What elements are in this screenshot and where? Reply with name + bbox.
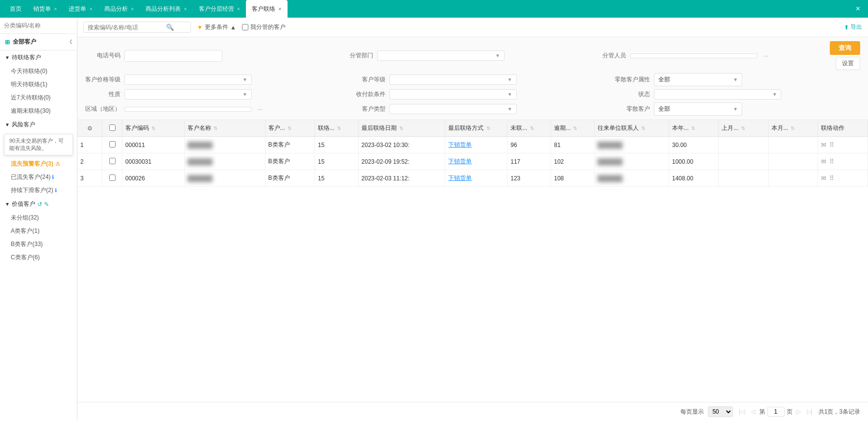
sidebar-item-churned[interactable]: 已流失客户(24) ℹ	[0, 171, 77, 184]
nature-select[interactable]: ▼	[124, 89, 252, 99]
tab-analysis-list-close[interactable]: ×	[184, 6, 187, 12]
page-input[interactable]	[767, 407, 785, 417]
person-more-dots[interactable]: ···	[760, 52, 771, 59]
phone-input[interactable]	[124, 50, 222, 62]
cell-check-0[interactable]	[102, 137, 122, 153]
tab-analysis-close[interactable]: ×	[131, 6, 134, 12]
th-last-way[interactable]: 最后联络方式 ⇅	[445, 120, 507, 137]
tab-customer-contact-close[interactable]: ×	[278, 6, 281, 12]
th-lastmonth[interactable]: 上月... ⇅	[719, 120, 768, 137]
sidebar-item-churn-warning[interactable]: 流失预警客户(3) ⚠	[0, 157, 77, 171]
next-page-btn[interactable]: ▷	[795, 407, 803, 416]
level-select[interactable]: ▼	[389, 74, 517, 85]
refresh-icon[interactable]: ↺	[37, 201, 42, 208]
cell-last-way-1[interactable]: 下销货单	[445, 153, 507, 170]
table-row: 1 000011 ██████ B类客户 15 2023-03-02 10:30…	[77, 137, 868, 153]
th-thismonth[interactable]: 本月... ⇅	[768, 120, 818, 137]
th-contact[interactable]: 联络... ⇅	[315, 120, 359, 137]
action-contact-1[interactable]: ✉	[821, 158, 826, 165]
region-select[interactable]	[124, 107, 252, 112]
th-uncontact[interactable]: 未联... ⇅	[507, 120, 551, 137]
sidebar-item-today[interactable]: 今天待联络(0)	[0, 65, 77, 78]
sidebar-item-ungroup[interactable]: 未分组(32)	[0, 211, 77, 224]
cell-check-1[interactable]	[102, 153, 122, 170]
per-page-select[interactable]: 50 100 200	[708, 406, 733, 417]
collapse-icon: 《	[67, 39, 72, 46]
region-more-dots[interactable]: ···	[255, 106, 265, 113]
th-overdue[interactable]: 逾期... ⇅	[551, 120, 595, 137]
th-check[interactable]	[102, 120, 122, 137]
tab-purchase-close[interactable]: ×	[89, 6, 92, 12]
cell-last-way-0[interactable]: 下销货单	[445, 137, 507, 153]
tab-customer-tier-close[interactable]: ×	[237, 6, 240, 12]
tab-analysis-list[interactable]: 商品分析列表 ×	[140, 0, 193, 18]
cell-uncontact-0: 96	[507, 137, 551, 153]
query-button[interactable]: 查询	[830, 41, 860, 55]
sidebar-all-customers[interactable]: ⊞ 全部客户 《	[0, 34, 77, 50]
sidebar-item-7days[interactable]: 近7天待联络(0)	[0, 91, 77, 104]
last-page-btn[interactable]: ▷|	[805, 407, 815, 416]
th-last-date[interactable]: 最后联络日期 ⇅	[358, 120, 445, 137]
price-level-select[interactable]: ▼	[124, 74, 252, 85]
sort-icon-type: ⇅	[288, 125, 291, 131]
sidebar-item-classB[interactable]: B类客户(33)	[0, 238, 77, 251]
search-input[interactable]	[88, 24, 166, 31]
th-settings[interactable]: ⚙	[77, 120, 102, 137]
cell-check-2[interactable]	[102, 170, 122, 187]
sidebar-group-value-header[interactable]: ▼ 价值客户 ↺ ✎	[0, 197, 77, 211]
zero-customer-select[interactable]: 全部 ▼	[654, 102, 742, 116]
tab-sales[interactable]: 销货单 ×	[27, 0, 63, 18]
first-page-btn[interactable]: |◁	[737, 407, 747, 416]
customer-type-select[interactable]: ▼	[389, 104, 517, 114]
sidebar-item-overdue[interactable]: 逾期未联络(30)	[0, 104, 77, 118]
close-all-button[interactable]: ×	[852, 4, 864, 13]
sidebar-group-risk-header[interactable]: ▼ 风险客户	[0, 118, 77, 132]
action-contact-2[interactable]: ✉	[821, 174, 826, 182]
tab-customer-tier[interactable]: 客户分层经营 ×	[193, 0, 246, 18]
th-person[interactable]: 往来单位联系人 ⇅	[594, 120, 669, 137]
status-select[interactable]: ▼	[654, 89, 781, 99]
sidebar-item-declining[interactable]: 持续下滑客户(2) ℹ	[0, 184, 77, 197]
more-filter-button[interactable]: ▼ 更多条件 ▲	[197, 23, 236, 31]
sort-icon-lastmonth: ⇅	[741, 125, 745, 131]
prev-page-btn[interactable]: ◁	[749, 407, 757, 416]
filter-nature: 性质 ▼	[85, 89, 331, 99]
sidebar-search-input[interactable]	[4, 22, 77, 29]
price-level-label: 客户价格等级	[85, 75, 124, 84]
payment-select[interactable]: ▼	[389, 89, 517, 99]
cell-last-way-2[interactable]: 下销货单	[445, 170, 507, 187]
edit-icon[interactable]: ✎	[44, 201, 49, 208]
th-thisyear[interactable]: 本年... ⇅	[669, 120, 718, 137]
tab-sales-close[interactable]: ×	[54, 6, 57, 12]
person-select[interactable]	[630, 53, 757, 58]
cell-code-2: 000026	[122, 170, 184, 187]
export-button[interactable]: ⬆ 导出	[844, 23, 862, 31]
check-all[interactable]	[109, 124, 116, 131]
my-customer-checkbox[interactable]	[242, 24, 248, 30]
more-filter-label: 更多条件	[205, 23, 228, 31]
sidebar-group-pending-header[interactable]: ▼ 待联络客户	[0, 50, 77, 65]
sidebar-item-classA[interactable]: A类客户(1)	[0, 224, 77, 238]
th-name[interactable]: 客户名称 ⇅	[184, 120, 265, 137]
dept-select[interactable]: ▼	[377, 50, 505, 61]
th-type[interactable]: 客户... ⇅	[265, 120, 314, 137]
tab-purchase[interactable]: 进货单 ×	[63, 0, 98, 18]
action-contact-0[interactable]: ✉	[821, 141, 826, 149]
th-code[interactable]: 客户编码 ⇅	[122, 120, 184, 137]
th-code-label: 客户编码	[125, 124, 149, 131]
sidebar-item-tomorrow[interactable]: 明天待联络(1)	[0, 78, 77, 91]
tab-customer-contact[interactable]: 客户联络 ×	[246, 0, 287, 18]
cell-name-1: ██████	[184, 153, 265, 170]
sidebar-item-classC[interactable]: C类客户(6)	[0, 251, 77, 264]
action-more-2[interactable]: ⠿	[829, 174, 834, 182]
settings-button[interactable]: 设置	[836, 57, 860, 70]
my-customer-toggle[interactable]: 我分管的客户	[242, 23, 286, 31]
tab-home[interactable]: 首页	[4, 0, 27, 18]
search-icon-btn[interactable]: 🔍	[166, 24, 174, 31]
th-contact-label: 联络...	[318, 124, 335, 131]
tab-analysis[interactable]: 商品分析 ×	[98, 0, 140, 18]
action-more-0[interactable]: ⠿	[829, 141, 834, 149]
7days-label: 近7天待联络(0)	[11, 94, 50, 102]
zero-attr-select[interactable]: 全部 ▼	[654, 73, 742, 86]
action-more-1[interactable]: ⠿	[829, 158, 834, 165]
